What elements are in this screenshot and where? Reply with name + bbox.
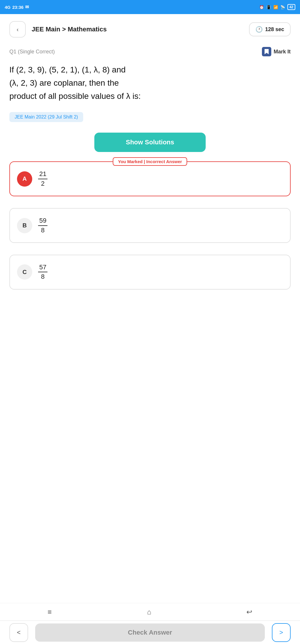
battery-level: 42 (287, 4, 295, 10)
wifi-icon: 📡 (280, 5, 285, 9)
question-type: Q1 (Single Correct) (9, 49, 55, 55)
status-bar: 4G 23:36 ✉ ⏰ 📳 📶 📡 42 (0, 0, 300, 14)
message-icon: ✉ (25, 4, 29, 10)
show-solutions-button[interactable]: Show Solutions (94, 133, 206, 152)
mark-it-button[interactable]: Mark It (262, 47, 291, 56)
main-content: ‹ JEE Main > Mathematics 🕐 128 sec Q1 (S… (0, 14, 300, 621)
question-header: Q1 (Single Correct) Mark It (9, 47, 291, 56)
option-b-value: 59 8 (38, 217, 47, 234)
time-display: 23:36 (12, 5, 23, 10)
incorrect-answer-label: You Marked | Incorrect Answer (113, 157, 187, 166)
fraction-21-2: 21 2 (38, 170, 47, 187)
clock-icon: 🕐 (255, 26, 263, 33)
status-left: 4G 23:36 ✉ (5, 4, 29, 10)
prev-button[interactable]: < (9, 623, 28, 642)
check-answer-button[interactable]: Check Answer (35, 623, 265, 642)
back-button[interactable]: ‹ (9, 21, 26, 38)
option-c-section: C 57 8 (9, 255, 291, 290)
alarm-icon: ⏰ (259, 5, 264, 9)
mark-it-label: Mark It (274, 49, 291, 55)
bottom-nav: < Check Answer > (0, 621, 300, 644)
question-tag: JEE Main 2022 (29 Jul Shift 2) (9, 112, 83, 122)
fraction-57-8: 57 8 (38, 263, 47, 281)
header-nav: ‹ JEE Main > Mathematics 🕐 128 sec (9, 14, 291, 43)
prev-icon: < (17, 629, 21, 636)
option-b-section: B 59 8 (9, 208, 291, 243)
timer-badge: 🕐 128 sec (249, 22, 291, 36)
option-b-card[interactable]: B 59 8 (9, 208, 291, 243)
status-right: ⏰ 📳 📶 📡 42 (259, 4, 295, 10)
next-button[interactable]: > (272, 623, 291, 642)
breadcrumb: JEE Main > Mathematics (26, 26, 249, 33)
next-icon: > (279, 629, 283, 636)
signal-icon: 4G (5, 5, 11, 10)
option-b-label: B (17, 218, 32, 233)
option-a-card[interactable]: A 21 2 (9, 161, 291, 196)
option-c-card[interactable]: C 57 8 (9, 255, 291, 290)
option-a-label: A (17, 171, 32, 187)
option-c-label: C (17, 264, 32, 280)
menu-icon[interactable]: ≡ (48, 608, 52, 616)
timer-value: 128 sec (265, 26, 284, 33)
system-nav: ≡ ⌂ ↩ (0, 603, 300, 621)
back-icon: ‹ (17, 26, 19, 33)
fraction-59-8: 59 8 (38, 217, 47, 234)
bookmark-icon (262, 47, 271, 56)
option-a-value: 21 2 (38, 170, 47, 187)
home-icon[interactable]: ⌂ (147, 608, 151, 616)
option-c-value: 57 8 (38, 263, 47, 281)
back-system-icon[interactable]: ↩ (246, 608, 252, 616)
vibrate-icon: 📳 (266, 5, 271, 9)
question-text: If (2, 3, 9), (5, 2, 1), (1, λ, 8) and (… (9, 63, 291, 103)
option-a-section: You Marked | Incorrect Answer A 21 2 (9, 161, 291, 196)
call-icon: 📶 (273, 5, 278, 9)
